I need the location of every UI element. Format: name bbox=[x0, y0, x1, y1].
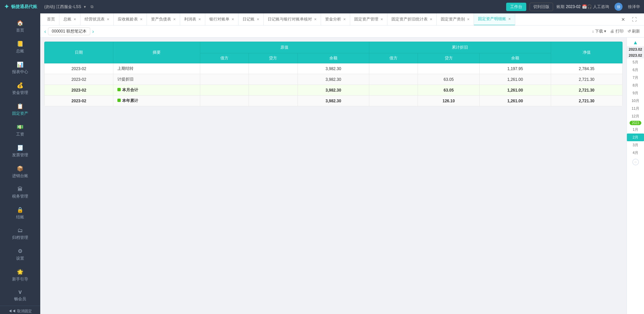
fund-icon: 💰 bbox=[17, 82, 23, 89]
cell-yuanzhi-debit bbox=[200, 85, 249, 96]
close-tab-bank[interactable]: ✕ bbox=[231, 17, 234, 21]
scroll-up-button[interactable]: ▲ bbox=[632, 39, 639, 46]
top-bar-right: 🎧 人工咨询 徐 徐泽华 bbox=[587, 3, 640, 11]
close-tab-fixed-type[interactable]: ✕ bbox=[467, 17, 470, 21]
switch-version-button[interactable]: 切到旧版 bbox=[530, 3, 553, 11]
username[interactable]: 徐泽华 bbox=[628, 4, 640, 10]
year-2023-02-top: 2023.02 bbox=[627, 46, 644, 52]
sidebar-item-salary[interactable]: 💵 工资 bbox=[2, 120, 38, 141]
tab-journal[interactable]: 日记账 ✕ bbox=[238, 13, 264, 25]
tab-operation[interactable]: 经营状况表 ✕ bbox=[80, 13, 114, 25]
tab-profit[interactable]: 利润表 ✕ bbox=[180, 13, 205, 25]
closing-icon: 🔒 bbox=[17, 207, 23, 213]
tab-balance[interactable]: 资产负债表 ✕ bbox=[147, 13, 180, 25]
month-3[interactable]: 3月 bbox=[627, 141, 644, 149]
month-5[interactable]: 5月 bbox=[627, 58, 644, 66]
cell-summary: 上期结转 bbox=[113, 63, 200, 74]
sales-icon: 📦 bbox=[17, 165, 23, 172]
sidebar-label-archive: 归档管理 bbox=[12, 235, 28, 241]
cell-net-value: 2,721.30 bbox=[551, 96, 622, 106]
tab-fixed-detail[interactable]: 固定资产明细账 ✕ bbox=[474, 13, 515, 25]
print-button[interactable]: 🖨 打印 bbox=[610, 29, 623, 34]
tax-icon: 🏛 bbox=[17, 186, 23, 192]
tab-fixed-type[interactable]: 固定资产类别 ✕ bbox=[437, 13, 474, 25]
sidebar-item-home[interactable]: 🏠 首页 bbox=[2, 16, 38, 37]
cell-yuanzhi-debit bbox=[200, 74, 249, 85]
cell-yuanzhi-debit bbox=[200, 96, 249, 106]
refresh-button[interactable]: ↺ 刷新 bbox=[628, 29, 640, 34]
close-tab-fund-analysis[interactable]: ✕ bbox=[343, 17, 346, 21]
sidebar-item-member[interactable]: V 畅会员 bbox=[2, 286, 38, 305]
month-9[interactable]: 9月 bbox=[627, 89, 644, 97]
tab-home[interactable]: 首页 bbox=[43, 13, 59, 25]
sidebar-item-fixed-assets[interactable]: 📋 固定资产 bbox=[2, 100, 38, 120]
calendar-icon[interactable]: 📅 bbox=[582, 4, 587, 9]
sidebar-item-tax[interactable]: 🏛 税务管理 bbox=[2, 183, 38, 203]
month-4[interactable]: 4月 bbox=[627, 149, 644, 157]
customer-service[interactable]: 🎧 人工咨询 bbox=[587, 4, 609, 10]
month-7[interactable]: 7月 bbox=[627, 74, 644, 82]
tab-fixed-mgmt[interactable]: 固定资产管理 ✕ bbox=[350, 13, 387, 25]
download-button[interactable]: ↓ 下载 ▾ bbox=[592, 29, 606, 34]
sidebar-item-settings[interactable]: ⚙ 设置 bbox=[2, 245, 38, 265]
company-dropdown-icon[interactable]: ▼ bbox=[83, 5, 87, 9]
cell-net-value: 2,721.30 bbox=[551, 74, 622, 85]
tab-journal-bank[interactable]: 日记账与银行对账单核对 ✕ bbox=[264, 13, 321, 25]
cell-yuanzhi-balance: 3,982.30 bbox=[298, 63, 369, 74]
sidebar-item-guide[interactable]: 🌟 新手引导 bbox=[2, 265, 38, 285]
tab-bank[interactable]: 银行对账单 ✕ bbox=[205, 13, 238, 25]
sidebar-item-invoice[interactable]: 🧾 发票管理 bbox=[2, 141, 38, 161]
sidebar-label-home: 首页 bbox=[16, 28, 24, 33]
tab-receivable[interactable]: 应收账龄表 ✕ bbox=[114, 13, 147, 25]
sidebar-item-fund[interactable]: 💰 资金管理 bbox=[2, 79, 38, 99]
workbench-button[interactable]: 工作台 bbox=[506, 3, 526, 11]
cell-leiji-debit bbox=[369, 85, 418, 96]
page-header: ‹ 000001 联想笔记本 › ↓ 下载 ▾ 🖨 打印 ↺ 刷新 bbox=[40, 25, 644, 38]
tab-depreciation-stat[interactable]: 固定资产折旧统计表 ✕ bbox=[387, 13, 437, 25]
cell-leiji-balance: 1,261.00 bbox=[479, 85, 551, 96]
salary-icon: 💵 bbox=[17, 124, 23, 130]
month-11[interactable]: 11月 bbox=[627, 105, 644, 112]
sidebar-label-ledger: 总账 bbox=[16, 48, 24, 54]
month-6[interactable]: 6月 bbox=[627, 66, 644, 74]
sidebar-item-reports[interactable]: 📊 报表中心 bbox=[2, 58, 38, 78]
close-tab-profit[interactable]: ✕ bbox=[198, 17, 201, 21]
sidebar-item-archive[interactable]: 🗂 归档管理 bbox=[2, 224, 38, 244]
close-tab-operation[interactable]: ✕ bbox=[107, 17, 109, 21]
close-tab-fixed-mgmt[interactable]: ✕ bbox=[380, 17, 383, 21]
close-tab-balance[interactable]: ✕ bbox=[173, 17, 176, 21]
right-date-panel: ▲ 2023.02 2023.02 5月 6月 7月 8月 9月 10月 11月… bbox=[627, 38, 644, 314]
close-tab-receivable[interactable]: ✕ bbox=[140, 17, 143, 21]
nav-next-button[interactable]: › bbox=[92, 29, 94, 35]
close-all-tabs-button[interactable]: ✕ bbox=[619, 16, 627, 23]
close-tab-journal[interactable]: ✕ bbox=[257, 17, 259, 21]
close-tab-ledger[interactable]: ✕ bbox=[73, 17, 76, 21]
sidebar-collapse-button[interactable]: ◀◀ 取消固定 bbox=[0, 306, 40, 314]
close-tab-journal-bank[interactable]: ✕ bbox=[314, 17, 317, 21]
tab-ledger[interactable]: 总账 ✕ bbox=[59, 13, 80, 25]
fullscreen-button[interactable]: ⛶ bbox=[630, 16, 639, 23]
breadcrumb: ‹ 000001 联想笔记本 › bbox=[44, 28, 94, 35]
nav-prev-button[interactable]: ‹ bbox=[44, 29, 46, 35]
col-header-date: 日期 bbox=[45, 42, 113, 63]
month-10[interactable]: 10月 bbox=[627, 97, 644, 105]
sidebar-label-guide: 新手引导 bbox=[12, 276, 28, 282]
sidebar-item-ledger[interactable]: 📒 总账 bbox=[2, 37, 38, 57]
sidebar-item-closing[interactable]: 🔒 结账 bbox=[2, 203, 38, 223]
month-8[interactable]: 8月 bbox=[627, 82, 644, 89]
close-tab-fixed-detail[interactable]: ✕ bbox=[508, 17, 511, 21]
month-1[interactable]: 1月 bbox=[627, 126, 644, 134]
scroll-indicator[interactable]: ○ bbox=[632, 159, 639, 165]
month-12[interactable]: 12月 bbox=[627, 112, 644, 120]
month-2-active[interactable]: 2月 bbox=[627, 134, 644, 141]
close-tab-depreciation-stat[interactable]: ✕ bbox=[430, 17, 432, 21]
home-icon: 🏠 bbox=[17, 20, 23, 26]
copy-icon: ⧉ bbox=[91, 4, 94, 9]
sidebar-item-sales[interactable]: 📦 进销台账 bbox=[2, 162, 38, 182]
tab-fund-analysis[interactable]: 资金分析 ✕ bbox=[321, 13, 350, 25]
company-selector[interactable]: (勿动) 江西服金-LSS ▼ ⧉ bbox=[44, 4, 506, 10]
sidebar-label-tax: 税务管理 bbox=[12, 194, 28, 199]
content-area: 首页 总账 ✕ 经营状况表 ✕ 应收账龄表 ✕ 资产负债表 ✕ 利润表 ✕ bbox=[40, 13, 644, 314]
sidebar-label-sales: 进销台账 bbox=[12, 173, 28, 179]
col-sub-leiji-debit: 借方 bbox=[369, 53, 418, 63]
